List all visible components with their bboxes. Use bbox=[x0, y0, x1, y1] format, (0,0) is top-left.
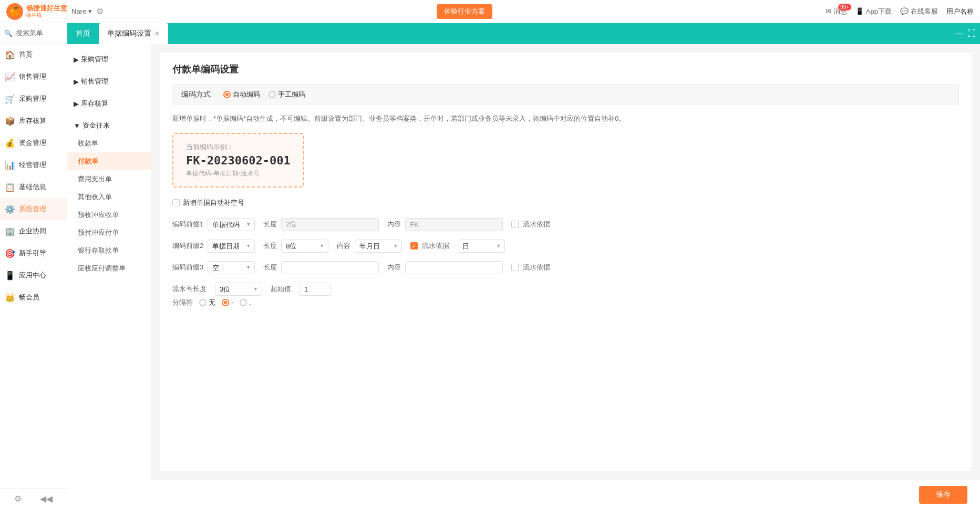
serial-start-input[interactable] bbox=[300, 283, 331, 296]
sidebar-label-basic: 基础信息 bbox=[19, 182, 46, 192]
sidebar-item-system[interactable]: ⚙️ 系统管理 bbox=[0, 198, 67, 220]
sidebar-item-purchase[interactable]: 🛒 采购管理 bbox=[0, 88, 67, 110]
sidebar-item-home[interactable]: 🏠 首页 bbox=[0, 44, 67, 66]
header-left: 🍊 畅捷通好生意 插件版 Nare ▾ ⚙ bbox=[6, 3, 104, 20]
tab-minimize-icon[interactable]: — bbox=[955, 29, 963, 38]
sub-menu-item-prepay-receive[interactable]: 预收冲应收单 bbox=[67, 206, 151, 224]
content2-select[interactable]: 年月日 年月 年 bbox=[355, 240, 402, 253]
online-service[interactable]: 💬 在线客服 bbox=[900, 7, 938, 16]
preview-desc: 单据代码-单据日期-流水号 bbox=[186, 169, 291, 178]
radio-manual-code[interactable]: 手工编码 bbox=[269, 90, 305, 99]
app-icon: 📱 bbox=[855, 7, 864, 15]
length2-select-wrapper: 4位 6位 8位 bbox=[281, 240, 328, 253]
sidebar-item-finance[interactable]: 💰 资金管理 bbox=[0, 132, 67, 154]
info-text: 新增单据时，*单据编码*自动生成，不可编辑。前缀设置为部门、业务员等档案类，开单… bbox=[172, 113, 959, 124]
auto-fill-checkbox[interactable] bbox=[172, 199, 180, 206]
sidebar-item-sales[interactable]: 📈 销售管理 bbox=[0, 66, 67, 88]
sub-menu-item-other-income[interactable]: 其他收入单 bbox=[67, 188, 151, 206]
sub-menu-inventory-label: 库存核算 bbox=[81, 99, 108, 108]
user-info[interactable]: 用户名称 bbox=[946, 7, 974, 16]
sub-menu-sales-header[interactable]: ▶ 销售管理 bbox=[67, 72, 151, 90]
sidebar-item-guide[interactable]: 🎯 新手引导 bbox=[0, 242, 67, 264]
separator-dot[interactable]: . bbox=[240, 298, 251, 306]
radio-auto-code[interactable]: 自动编码 bbox=[223, 90, 260, 99]
chevron-down-icon: ▾ bbox=[88, 7, 92, 15]
tab-code-setting[interactable]: 单据编码设置 ✕ bbox=[99, 23, 168, 44]
sidebar-item-basic[interactable]: 📋 基础信息 bbox=[0, 176, 67, 198]
content1-input[interactable] bbox=[405, 218, 503, 231]
tab-expand-icon[interactable]: ⛶ bbox=[967, 29, 976, 38]
sidebar-item-apps[interactable]: 📱 应用中心 bbox=[0, 264, 67, 286]
prefix3-select-wrapper: 单据代码 部门 业务员 空 bbox=[208, 261, 255, 274]
sales-icon: 📈 bbox=[5, 72, 15, 81]
separator-dash[interactable]: - bbox=[222, 298, 233, 306]
content3-input[interactable] bbox=[405, 261, 503, 274]
serial1-label: 流水依据 bbox=[523, 220, 550, 229]
message-button[interactable]: ✉ 消息 99+ bbox=[826, 7, 847, 16]
sidebar-label-corp: 企业协同 bbox=[19, 226, 46, 236]
field-content1: 内容 bbox=[387, 218, 503, 231]
sub-menu-item-bank[interactable]: 银行存取款单 bbox=[67, 242, 151, 259]
home-icon: 🏠 bbox=[5, 50, 15, 59]
settings-bottom-icon[interactable]: ⚙ bbox=[14, 494, 22, 504]
prefix1-select[interactable]: 单据代码 部门 业务员 空 bbox=[208, 218, 255, 231]
serial2-label: 流水依据 bbox=[422, 241, 449, 251]
serial3-checkbox[interactable] bbox=[511, 264, 519, 271]
user-name: 用户名称 bbox=[946, 7, 974, 15]
sub-menu-purchase-header[interactable]: ▶ 采购管理 bbox=[67, 50, 151, 68]
length2-select[interactable]: 4位 6位 8位 bbox=[281, 240, 328, 253]
sub-menu-capital-header[interactable]: ▼ 资金往来 bbox=[67, 117, 151, 134]
sidebar-label-member: 畅会员 bbox=[19, 293, 39, 302]
separator-none-dot bbox=[199, 299, 207, 306]
config-row-2: 编码前缀2 单据日期 部门 业务员 空 bbox=[172, 240, 959, 253]
sub-menu-item-receipt[interactable]: 收款单 bbox=[67, 134, 151, 152]
serial2-checkbox[interactable]: ✓ bbox=[410, 242, 418, 250]
sidebar-label-purchase: 采购管理 bbox=[19, 94, 46, 103]
length3-input[interactable] bbox=[281, 261, 379, 274]
tab-home[interactable]: 首页 bbox=[67, 23, 99, 44]
sidebar-item-operation[interactable]: 📊 经营管理 bbox=[0, 154, 67, 176]
tab-close-icon[interactable]: ✕ bbox=[154, 30, 160, 37]
day-select[interactable]: 日 月 年 bbox=[458, 240, 505, 253]
trial-button[interactable]: 体验行业方案 bbox=[437, 4, 492, 19]
sub-menu-inventory-header[interactable]: ▶ 库存核算 bbox=[67, 95, 151, 112]
prefix1-label: 编码前缀1 bbox=[172, 220, 203, 229]
app-download[interactable]: 📱 App下载 bbox=[855, 7, 892, 16]
radio-manual-label: 手工编码 bbox=[278, 90, 305, 99]
arrow-right-icon3: ▶ bbox=[74, 100, 79, 108]
save-button[interactable]: 保存 bbox=[919, 486, 967, 504]
sub-sidebar: ▶ 采购管理 ▶ 销售管理 ▶ 库存核算 bbox=[67, 44, 151, 509]
sidebar-item-member[interactable]: 👑 畅会员 bbox=[0, 286, 67, 308]
settings-icon[interactable]: ⚙ bbox=[96, 6, 104, 16]
serial1-checkbox[interactable] bbox=[511, 221, 519, 228]
serial-length-select[interactable]: 3位 4位 5位 6位 bbox=[215, 283, 262, 296]
separator-none[interactable]: 无 bbox=[199, 298, 215, 307]
length1-input[interactable] bbox=[281, 218, 379, 231]
prefix2-select[interactable]: 单据日期 部门 业务员 空 bbox=[208, 240, 255, 253]
serial3-label: 流水依据 bbox=[523, 263, 550, 272]
search-menu-button[interactable]: 🔍 搜索菜单 bbox=[0, 23, 67, 44]
field-serial2: ✓ 流水依据 bbox=[410, 241, 449, 251]
sub-menu-item-payment[interactable]: 付款单 bbox=[67, 152, 151, 170]
collapse-icon[interactable]: ◀◀ bbox=[40, 494, 53, 504]
sub-menu-item-expense[interactable]: 费用支出单 bbox=[67, 170, 151, 188]
sidebar-item-corp[interactable]: 🏢 企业协同 bbox=[0, 220, 67, 242]
message-icon: ✉ bbox=[826, 7, 831, 15]
sub-menu-item-prepay-pay[interactable]: 预付冲应付单 bbox=[67, 224, 151, 242]
code-mode-radio-group: 自动编码 手工编码 bbox=[223, 90, 305, 99]
company-select[interactable]: Nare ▾ bbox=[71, 7, 92, 15]
config-rows: 编码前缀1 单据代码 部门 业务员 空 bbox=[172, 218, 959, 274]
config-row-3: 编码前缀3 单据代码 部门 业务员 空 bbox=[172, 261, 959, 274]
prefix2-label: 编码前缀2 bbox=[172, 241, 203, 251]
apps-icon: 📱 bbox=[5, 271, 15, 280]
preview-box: 当前编码示例： FK-20230602-001 单据代码-单据日期-流水号 bbox=[172, 133, 304, 188]
purchase-icon: 🛒 bbox=[5, 94, 15, 103]
sub-menu-item-adjust[interactable]: 应收应付调整单 bbox=[67, 259, 151, 277]
sub-menu-capital: ▼ 资金往来 收款单 付款单 费用支出单 其他收入单 bbox=[67, 115, 151, 279]
field-serial3: 流水依据 bbox=[511, 263, 550, 272]
sidebar-item-inventory[interactable]: 📦 库存核算 bbox=[0, 110, 67, 132]
radio-manual-dot bbox=[269, 91, 276, 98]
prefix3-select[interactable]: 单据代码 部门 业务员 空 bbox=[208, 261, 255, 274]
basic-icon: 📋 bbox=[5, 182, 15, 192]
top-header: 🍊 畅捷通好生意 插件版 Nare ▾ ⚙ 体验行业方案 ✉ 消息 99+ 📱 … bbox=[0, 0, 980, 23]
